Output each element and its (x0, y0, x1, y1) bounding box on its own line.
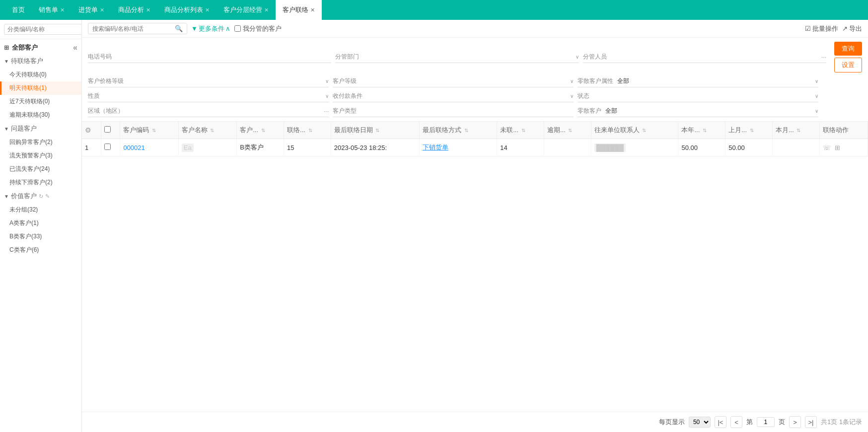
filter-customer-type-label: 客户类型 (333, 107, 357, 115)
prev-page-btn[interactable]: < (730, 416, 742, 428)
page-input[interactable] (757, 417, 775, 427)
chevron-down-icon3: ∨ (570, 78, 574, 84)
chevron-down-icon8: ∨ (815, 108, 818, 114)
next-page-btn[interactable]: > (789, 416, 801, 428)
filter-retail-attr-label: 零散客户属性 (578, 77, 613, 85)
customer-table: ⚙ 客户编码 ⇅ 客户名称 ⇅ 客户... ⇅ (82, 122, 868, 156)
filter-phone: 电话号码 (88, 51, 331, 63)
more-conditions-btn[interactable]: ▼ 更多条件 ∧ (191, 24, 230, 33)
sort-year-icon: ⇅ (703, 128, 707, 133)
grid-icon: ⊞ (4, 44, 9, 51)
search-button-icon[interactable]: 🔍 (175, 25, 183, 32)
chevron-down-icon5: ∨ (325, 93, 329, 99)
th-settings[interactable]: ⚙ (82, 122, 101, 139)
query-button[interactable]: 查询 (834, 42, 862, 56)
close-sales-icon[interactable]: ✕ (60, 7, 65, 13)
sidebar-item-declining[interactable]: 持续下滑客户(2) (0, 176, 81, 189)
sidebar-all-customers[interactable]: ⊞ 全部客户 « (0, 39, 81, 54)
close-purchase-icon[interactable]: ✕ (100, 7, 104, 13)
ellipsis-icon: ··· (821, 54, 826, 61)
collapse-icon[interactable]: « (73, 43, 77, 52)
nav-customer-contact[interactable]: 客户联络 ✕ (276, 0, 322, 20)
td-type: B类客户 (237, 139, 284, 156)
td-last-method[interactable]: 下销货单 (419, 139, 497, 156)
page-prefix-label: 第 (746, 418, 753, 427)
edit-group-icon[interactable]: ✎ (45, 193, 50, 200)
filter-retail-customer: 零散客户 全部 ∨ (578, 105, 818, 117)
content-area: 🔍 ▼ 更多条件 ∧ 我分管的客户 ☑ 批量操作 ↗ 导出 (82, 20, 868, 432)
filter-price-level-label: 客户价格等级 (88, 77, 124, 85)
nav-product-analysis-list[interactable]: 商品分析列表 ✕ (157, 0, 217, 20)
customer-name-blurred: Ea (182, 144, 194, 152)
row-checkbox[interactable] (104, 144, 111, 150)
phone-action-icon[interactable]: ☏ (823, 144, 831, 151)
th-uncontacted: 未联... ⇅ (497, 122, 544, 139)
nav-home[interactable]: 首页 (5, 0, 32, 20)
filter-nature: 性质 ∨ (88, 90, 329, 102)
per-page-select[interactable]: 50 (689, 417, 711, 428)
filter-phone-label: 电话号码 (88, 53, 112, 61)
filter-retail-attr-value[interactable]: 全部 (617, 77, 813, 85)
sort-contact-count-icon: ⇅ (308, 128, 312, 133)
last-method-link[interactable]: 下销货单 (423, 144, 448, 151)
chevron-icon: ∧ (225, 25, 230, 32)
td-uncontacted: 14 (497, 139, 544, 156)
td-name[interactable]: Ea (178, 139, 236, 156)
nav-purchase[interactable]: 进货单 ✕ (72, 0, 111, 20)
sidebar-item-today[interactable]: 今天待联络(0) (0, 68, 81, 81)
sidebar-item-abnormal[interactable]: 回购异常客户(2) (0, 136, 81, 149)
filter-customer-level-label: 客户等级 (333, 77, 357, 85)
sidebar-item-churned[interactable]: 已流失客户(24) (0, 162, 81, 176)
last-page-btn[interactable]: >| (805, 416, 817, 428)
sort-last-month-icon: ⇅ (750, 128, 754, 133)
close-product-analysis-icon[interactable]: ✕ (146, 7, 150, 13)
sidebar-item-churn-warning[interactable]: 流失预警客户(3) (0, 149, 81, 162)
td-actions: ☏ ⊞ (819, 139, 868, 156)
export-btn[interactable]: ↗ 导出 (842, 24, 862, 33)
sidebar-item-overdue[interactable]: 逾期未联络(30) (0, 108, 81, 122)
th-checkbox (101, 122, 120, 139)
filter-customer-level: 客户等级 ∨ (333, 75, 574, 87)
sidebar-group-value[interactable]: ▼ 价值客户 ↻ ✎ (0, 189, 81, 203)
first-page-btn[interactable]: |< (715, 416, 726, 428)
sidebar-item-tomorrow[interactable]: 明天待联络(1) (0, 81, 81, 95)
sidebar-item-ungrouped[interactable]: 未分组(32) (0, 203, 81, 216)
settings-button[interactable]: 设置 (834, 58, 862, 72)
sort-overdue-icon: ⇅ (568, 128, 572, 133)
chevron-down-icon4: ∨ (815, 78, 818, 84)
filter-payment-label: 收付款条件 (333, 92, 362, 100)
sidebar-item-class-b[interactable]: B类客户(33) (0, 230, 81, 243)
filter-retail-customer-value[interactable]: 全部 (605, 107, 813, 115)
filter-price-level: 客户价格等级 ∨ (88, 75, 329, 87)
my-customers-checkbox[interactable] (234, 25, 241, 32)
close-product-analysis-list-icon[interactable]: ✕ (205, 7, 210, 13)
more-action-icon[interactable]: ⊞ (835, 144, 840, 151)
refresh-icon[interactable]: ↻ (39, 193, 43, 200)
nav-customer-segmentation[interactable]: 客户分层经营 ✕ (217, 0, 276, 20)
nav-product-analysis[interactable]: 商品分析 ✕ (111, 0, 157, 20)
td-checkbox (101, 139, 120, 156)
sidebar-group-pending[interactable]: ▼ 待联络客户 (0, 54, 81, 68)
td-contact-count: 15 (284, 139, 331, 156)
sidebar-search-input[interactable] (4, 24, 82, 35)
table-area: ⚙ 客户编码 ⇅ 客户名称 ⇅ 客户... ⇅ (82, 122, 868, 412)
filter-row-1: 电话号码 分管部门 ∨ 分管人员 ··· 查询 设置 (88, 42, 862, 72)
td-code[interactable]: 000021 (120, 139, 178, 156)
close-customer-contact-icon[interactable]: ✕ (310, 7, 315, 13)
advanced-filter: 电话号码 分管部门 ∨ 分管人员 ··· 查询 设置 (82, 38, 868, 122)
close-customer-segmentation-icon[interactable]: ✕ (264, 7, 269, 13)
th-last-date: 最后联络日期 ⇅ (331, 122, 419, 139)
nav-sales[interactable]: 销售单 ✕ (32, 0, 72, 20)
search-input[interactable] (92, 25, 175, 32)
my-customers-filter: 我分管的客户 (234, 24, 282, 33)
sidebar-item-class-a[interactable]: A类客户(1) (0, 216, 81, 230)
table-row: 1 000021 Ea B类客户 15 2023-05-23 18:25: 下销… (82, 139, 868, 156)
sidebar-item-7days[interactable]: 近7天待联络(0) (0, 95, 81, 108)
sidebar-item-class-c[interactable]: C类客户(6) (0, 243, 81, 257)
select-all-checkbox[interactable] (104, 126, 111, 133)
batch-op-btn[interactable]: ☑ 批量操作 (805, 24, 838, 33)
sidebar-group-problem[interactable]: ▼ 问题客户 (0, 122, 81, 136)
settings-gear-icon[interactable]: ⚙ (85, 126, 91, 134)
filter-customer-type: 客户类型 (333, 105, 574, 117)
sidebar-search-area: 🔍 (0, 20, 81, 39)
